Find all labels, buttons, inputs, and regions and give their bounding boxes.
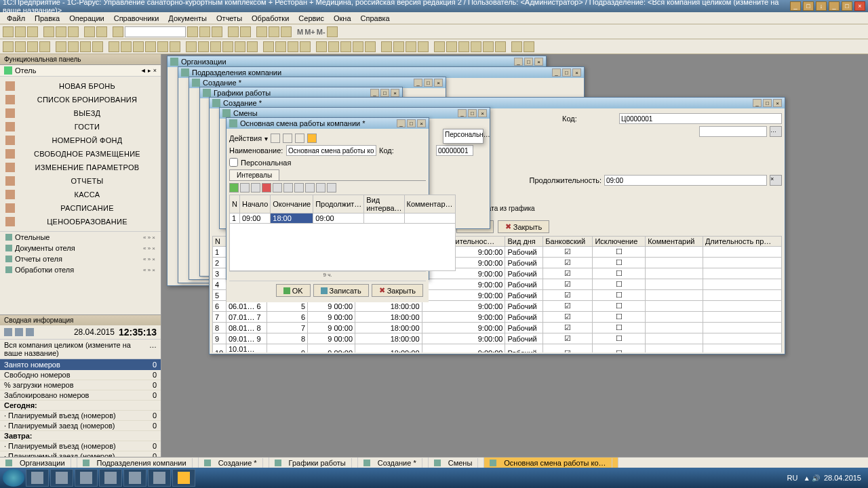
delete-icon[interactable]	[262, 183, 271, 192]
tb-graf[interactable]: Графики работы	[269, 458, 358, 468]
tb-icon[interactable]	[212, 26, 222, 37]
help-btn[interactable]: ↓	[816, 1, 827, 11]
max-btn[interactable]: □	[803, 1, 814, 11]
app-icon[interactable]	[148, 469, 171, 487]
max2-btn[interactable]: □	[842, 1, 852, 11]
sub-0[interactable]: Отельные« » ×	[0, 232, 161, 243]
menu-refs[interactable]: Справочники	[110, 14, 163, 23]
tb-org[interactable]: Организации	[0, 458, 77, 468]
actions-menu[interactable]: Действия	[229, 134, 262, 142]
tb-icon[interactable]	[187, 26, 198, 37]
sort2-icon[interactable]	[327, 183, 336, 192]
personal-checkbox[interactable]	[229, 158, 238, 167]
tb-calc-icon[interactable]	[327, 26, 338, 37]
menu-file[interactable]: Файл	[3, 14, 29, 23]
end-time-cell[interactable]: 18:00	[271, 214, 313, 224]
tb-redo-icon[interactable]	[96, 26, 107, 37]
edit-icon[interactable]	[251, 183, 260, 192]
code-input[interactable]	[436, 145, 473, 156]
shift-window-titlebar[interactable]: Основная смена работы компании *_□×	[226, 118, 429, 129]
intervals-tab[interactable]: Интервалы	[229, 169, 279, 180]
min2-btn[interactable]: _	[829, 1, 840, 11]
sort-icon[interactable]	[316, 183, 326, 192]
tb-icon[interactable]	[199, 26, 210, 37]
start-button[interactable]	[3, 469, 24, 487]
min-btn[interactable]: _	[397, 119, 406, 127]
write-btn[interactable]: Записать	[313, 284, 369, 297]
tb-undo-icon[interactable]	[84, 26, 95, 37]
nav-0[interactable]: НОВАЯ БРОНЬ	[0, 79, 161, 93]
1c-icon[interactable]	[172, 469, 195, 487]
tb-new-icon[interactable]	[3, 26, 14, 37]
up-icon[interactable]	[294, 183, 304, 192]
nav-9[interactable]: РАСПИСАНИЕ	[0, 201, 161, 215]
toolbar-1: M M+ M-	[0, 24, 868, 39]
menu-docs[interactable]: Документы	[164, 14, 211, 23]
nav-6[interactable]: ИЗМЕНЕНИЕ ПАРАМЕТРОВ	[0, 161, 161, 174]
tb-icon[interactable]	[269, 26, 279, 37]
close-btn[interactable]: ✖Закрыть	[498, 220, 549, 233]
tb-smeny[interactable]: Смены	[429, 458, 485, 468]
nav-10[interactable]: ЦЕНООБРАЗОВАНИЕ	[0, 215, 161, 228]
menu-help[interactable]: Справка	[357, 14, 394, 23]
mail-icon[interactable]	[99, 469, 122, 487]
tb-icon[interactable]	[281, 26, 292, 37]
tb-copy-icon[interactable]	[56, 26, 66, 37]
nav-5[interactable]: СВОБОДНОЕ РАЗМЕЩЕНИЕ	[0, 147, 161, 161]
hotel-header[interactable]: Отель ◄ ▸ ×	[0, 65, 161, 77]
wmp-icon[interactable]	[75, 469, 98, 487]
tb-icon[interactable]	[228, 26, 239, 37]
refresh-icon[interactable]	[15, 328, 23, 336]
code-input[interactable]	[619, 113, 782, 124]
close-btn[interactable]: ×	[417, 119, 426, 127]
copy-icon[interactable]	[240, 183, 250, 192]
menu-service[interactable]: Сервис	[294, 14, 328, 23]
menu-reports[interactable]: Отчеты	[212, 14, 246, 23]
table-row[interactable]: 909.01… 989 00:0018:00:009:00:00Рабочий☑…	[213, 333, 782, 344]
sub-1[interactable]: Документы отеля« » ×	[0, 243, 161, 253]
sub-3[interactable]: Обработки отеля« » ×	[0, 264, 161, 275]
nav-7[interactable]: ОТЧЕТЫ	[0, 174, 161, 188]
nav-icon	[5, 81, 15, 91]
nav-1[interactable]: СПИСОК БРОНИРОВАНИЯ	[0, 93, 161, 106]
tb-find-icon[interactable]	[113, 26, 123, 37]
table-row[interactable]: 707.01… 769 00:0018:00:009:00:00Рабочий☑…	[213, 312, 782, 323]
close-btn[interactable]: ✖Закрыть	[372, 284, 423, 297]
tb-search-input[interactable]	[125, 26, 186, 37]
tb-open-icon[interactable]	[15, 26, 26, 37]
ok-btn[interactable]: OK	[276, 284, 311, 297]
down-icon[interactable]	[305, 183, 315, 192]
name-input[interactable]	[286, 145, 376, 156]
help-icon[interactable]	[307, 134, 317, 143]
nav-4[interactable]: НОМЕРНОЙ ФОНД	[0, 134, 161, 147]
tb-podr[interactable]: Подразделения компании	[77, 458, 199, 468]
tb-paste-icon[interactable]	[68, 26, 79, 37]
app-icon[interactable]	[123, 469, 146, 487]
nav-8[interactable]: КАССА	[0, 188, 161, 201]
sub-2[interactable]: Отчеты отеля« » ×	[0, 253, 161, 264]
add-icon[interactable]	[229, 183, 239, 192]
ie-icon[interactable]	[26, 469, 49, 487]
tb-shift[interactable]: Основная смена работы ко…	[484, 458, 618, 468]
explorer-icon[interactable]	[50, 469, 73, 487]
tb-cut-icon[interactable]	[43, 26, 54, 37]
menu-edit[interactable]: Правка	[31, 14, 64, 23]
menu-proc[interactable]: Обработки	[248, 14, 293, 23]
tb-sozd[interactable]: Создание *	[199, 458, 269, 468]
tb-save-icon[interactable]	[27, 26, 38, 37]
tb-icon[interactable]	[256, 26, 267, 37]
tb-sozd2[interactable]: Создание *	[358, 458, 429, 468]
menu-windows[interactable]: Окна	[330, 14, 355, 23]
tb2-icon[interactable]	[3, 41, 14, 52]
nav-2[interactable]: ВЫЕЗД	[0, 106, 161, 120]
table-row[interactable]: 808.01… 879 00:0018:00:009:00:00Рабочий☑…	[213, 323, 782, 333]
tb-icon[interactable]	[240, 26, 251, 37]
print-icon[interactable]	[26, 328, 34, 336]
close-btn[interactable]: ×	[854, 1, 865, 11]
max-btn[interactable]: □	[407, 119, 416, 127]
menu-ops[interactable]: Операции	[65, 14, 108, 23]
min-btn[interactable]: _	[790, 1, 801, 11]
table-row[interactable]: 1010.01… 1099 00:0018:00:009:00:00Рабочи…	[213, 344, 782, 353]
home-icon[interactable]	[4, 328, 12, 336]
nav-3[interactable]: ГОСТИ	[0, 120, 161, 134]
